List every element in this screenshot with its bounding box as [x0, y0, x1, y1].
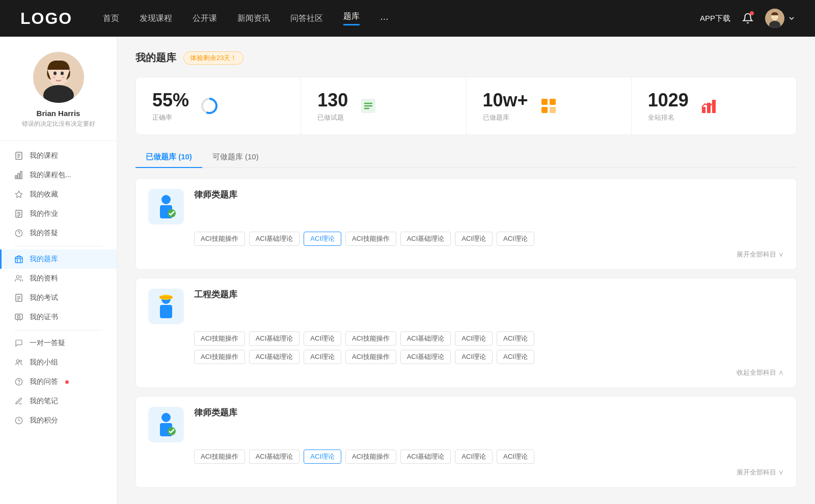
sidebar-item-label: 我的证书 [30, 313, 58, 322]
tag-r2-4[interactable]: ACI技能操作 [345, 350, 396, 364]
svg-point-38 [19, 383, 19, 384]
stat-content: 55% 正确率 [152, 90, 189, 122]
stat-content: 1029 全站排名 [648, 90, 689, 122]
accuracy-label: 正确率 [152, 113, 189, 122]
qbank-card-engineer: 工程类题库 ACI技能操作 ACI基础理论 ACI理论 ACI技能操作 ACI基… [135, 278, 797, 388]
sidebar-item-group[interactable]: 我的小组 [0, 353, 117, 372]
sidebar-item-qa[interactable]: 我的答疑 [0, 223, 117, 243]
tag-c3-3[interactable]: ACI理论 [304, 450, 341, 464]
sidebar-item-my-qa[interactable]: 我的问答 [0, 372, 117, 391]
tab-done-banks[interactable]: 已做题库 (10) [135, 147, 202, 167]
sidebar: Brian Harris 错误的决定比没有决定要好 我的课程 [0, 37, 117, 504]
done-questions-number: 130 [317, 90, 348, 111]
expand-button-3[interactable]: 展开全部科目 ∨ [148, 468, 784, 477]
done-banks-label: 已做题库 [483, 113, 528, 122]
profile-name: Brian Harris [37, 109, 80, 118]
bank-icon [14, 255, 23, 264]
sidebar-item-label: 我的题库 [30, 255, 58, 264]
cert-icon [14, 313, 23, 322]
chat-icon [14, 339, 23, 348]
done-questions-label: 已做试题 [317, 113, 348, 122]
svg-line-34 [20, 319, 20, 321]
nav-menu: 首页 发现课程 公开课 新闻资讯 问答社区 题库 ··· [103, 11, 700, 25]
nav-bank[interactable]: 题库 [343, 11, 360, 25]
tag-aci-basic-1[interactable]: ACI基础理论 [249, 232, 300, 246]
tag-r2-2[interactable]: ACI基础理论 [249, 350, 300, 364]
tag-c3-5[interactable]: ACI基础理论 [400, 450, 451, 464]
sidebar-item-label: 我的课程 [30, 151, 58, 160]
qbank-title-2: 工程类题库 [194, 289, 784, 300]
qbank-title-3: 律师类题库 [194, 407, 784, 418]
stats-row: 55% 正确率 130 已做试题 [135, 77, 797, 135]
nav-more[interactable]: ··· [380, 13, 389, 24]
tag-r1-2[interactable]: ACI基础理论 [249, 331, 300, 346]
notification-bell[interactable] [741, 11, 755, 25]
nav-discover[interactable]: 发现课程 [140, 13, 172, 24]
question-icon [14, 229, 23, 238]
collapse-button[interactable]: 收起全部科目 ∧ [148, 368, 784, 377]
tag-r1-6[interactable]: ACI理论 [455, 331, 493, 346]
tag-aci-theory-2[interactable]: ACI理论 [455, 232, 493, 246]
sidebar-menu: 我的课程 我的课程包... 我的收藏 [0, 141, 117, 435]
tag-c3-4[interactable]: ACI技能操作 [345, 450, 396, 464]
stat-content: 10w+ 已做题库 [483, 90, 528, 122]
tag-aci-skill-2[interactable]: ACI技能操作 [345, 232, 396, 246]
tag-aci-theory-3[interactable]: ACI理论 [497, 232, 534, 246]
expand-button-1[interactable]: 展开全部科目 ∨ [148, 250, 784, 259]
tag-c3-1[interactable]: ACI技能操作 [194, 450, 245, 464]
sidebar-item-my-course[interactable]: 我的课程 [0, 146, 117, 165]
tag-r2-7[interactable]: ACI理论 [497, 350, 534, 364]
svg-rect-58 [160, 305, 172, 318]
nav-news[interactable]: 新闻资讯 [237, 13, 270, 24]
tag-r1-4[interactable]: ACI技能操作 [345, 331, 396, 346]
people-icon [14, 274, 23, 283]
tab-available-banks[interactable]: 可做题库 (10) [202, 147, 269, 167]
stat-ranking: 1029 全站排名 [632, 77, 796, 134]
notification-dot [750, 11, 754, 15]
logo[interactable]: LOGO [20, 9, 72, 28]
tag-r2-5[interactable]: ACI基础理论 [400, 350, 451, 364]
sidebar-item-homework[interactable]: 我的作业 [0, 204, 117, 223]
sidebar-item-label: 我的考试 [30, 293, 58, 302]
avatar [765, 9, 784, 28]
tag-aci-basic-2[interactable]: ACI基础理论 [400, 232, 451, 246]
user-avatar-button[interactable] [765, 9, 795, 28]
sidebar-item-question-bank[interactable]: 我的题库 [0, 249, 117, 269]
qbank-header-3: 律师类题库 [148, 407, 784, 442]
sidebar-item-favorites[interactable]: 我的收藏 [0, 185, 117, 204]
navbar-right: APP下载 [700, 9, 795, 28]
tag-r1-3[interactable]: ACI理论 [304, 331, 341, 346]
tag-c3-2[interactable]: ACI基础理论 [249, 450, 300, 464]
sidebar-item-course-package[interactable]: 我的课程包... [0, 165, 117, 185]
tag-r1-5[interactable]: ACI基础理论 [400, 331, 451, 346]
sidebar-item-notes[interactable]: 我的笔记 [0, 391, 117, 411]
sidebar-item-label: 我的积分 [30, 416, 58, 425]
chevron-down-icon [789, 15, 795, 21]
tag-r2-6[interactable]: ACI理论 [455, 350, 493, 364]
tag-c3-7[interactable]: ACI理论 [497, 450, 534, 464]
sidebar-item-label: 我的问答 [30, 377, 58, 386]
engineer-icon [148, 289, 184, 324]
chart-icon [14, 171, 23, 180]
sidebar-item-profile[interactable]: 我的资料 [0, 269, 117, 288]
tag-aci-skill-1[interactable]: ACI技能操作 [194, 232, 245, 246]
sidebar-item-points[interactable]: 我的积分 [0, 411, 117, 430]
svg-rect-48 [550, 99, 556, 105]
nav-home[interactable]: 首页 [103, 13, 119, 24]
svg-rect-47 [541, 99, 548, 105]
sidebar-item-certificate[interactable]: 我的证书 [0, 307, 117, 327]
note-icon [14, 397, 23, 406]
tag-r2-3[interactable]: ACI理论 [304, 350, 341, 364]
nav-qa[interactable]: 问答社区 [290, 13, 323, 24]
tag-r1-1[interactable]: ACI技能操作 [194, 331, 245, 346]
tag-aci-theory-1[interactable]: ACI理论 [304, 232, 341, 246]
app-download-button[interactable]: APP下载 [700, 14, 730, 23]
nav-open-course[interactable]: 公开课 [193, 13, 217, 24]
lawyer-icon-2 [148, 407, 184, 442]
tag-r1-7[interactable]: ACI理论 [497, 331, 534, 346]
tag-r2-1[interactable]: ACI技能操作 [194, 350, 245, 364]
tag-c3-6[interactable]: ACI理论 [455, 450, 493, 464]
sidebar-item-one-on-one[interactable]: 一对一答疑 [0, 333, 117, 353]
sidebar-item-exam[interactable]: 我的考试 [0, 288, 117, 307]
svg-rect-50 [550, 107, 556, 113]
